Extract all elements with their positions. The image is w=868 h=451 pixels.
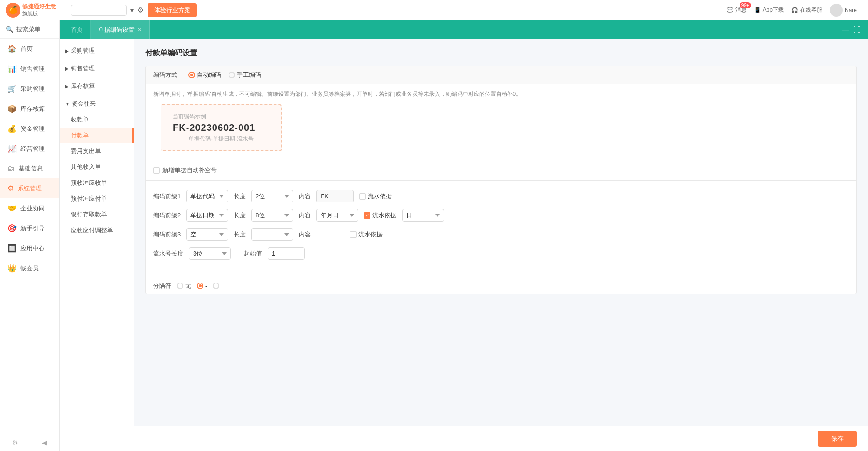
home-icon: 🏠 — [7, 44, 17, 53]
prefix1-stream-check[interactable] — [359, 193, 366, 200]
header-settings-btn[interactable]: ⚙ — [137, 6, 144, 14]
tab-window-btns: — ⛶ — [842, 26, 864, 34]
sidebar-label-system: 系统管理 — [18, 184, 42, 193]
save-button[interactable]: 保存 — [818, 431, 857, 447]
sub-group-purchase: ▶ 采购管理 — [60, 43, 134, 59]
sidebar-item-cooperation[interactable]: 🤝 企业协同 — [0, 198, 59, 218]
sidebar-item-basic[interactable]: 🗂 基础信息 — [0, 159, 59, 178]
sidebar-label-member: 畅会员 — [20, 264, 39, 273]
radio-auto-label: 自动编码 — [197, 71, 221, 79]
online-service-label: 在线客服 — [800, 6, 822, 14]
header-online-service-item[interactable]: 🎧 在线客服 — [791, 6, 822, 14]
prefix1-label: 编码前缀1 — [153, 192, 181, 201]
radio-manual-encoding[interactable]: 手工编码 — [229, 71, 261, 79]
sidebar-label-finance: 资金管理 — [20, 125, 45, 133]
tab-home[interactable]: 首页 — [63, 20, 91, 39]
message-badge: 99+ — [740, 2, 751, 8]
sidebar-label-appcenter: 应用中心 — [20, 244, 45, 253]
sub-group-capital-title[interactable]: ▼ 资金往来 — [60, 96, 134, 112]
prefix2-row: 编码前缀2 单据日期 长度 8位 内容 年月日 — [153, 209, 849, 222]
search-icon: 🔍 — [6, 26, 13, 33]
prefix2-select[interactable]: 单据日期 — [186, 209, 228, 222]
sidebar-label-guide: 新手引导 — [20, 224, 45, 233]
serial-length-select[interactable]: 3位 — [189, 247, 231, 260]
prefix2-stream-label: 流水依据 — [372, 211, 397, 220]
sidebar-item-operations[interactable]: 📈 经营管理 — [0, 139, 59, 159]
sidebar-item-guide[interactable]: 🎯 新手引导 — [0, 218, 59, 238]
sep-dash-radio[interactable]: - — [197, 283, 207, 289]
prefix2-stream-cycle-select[interactable]: 日 — [402, 209, 444, 222]
sidebar-item-purchase[interactable]: 🛒 采购管理 — [0, 79, 59, 99]
sub-item-prepay-payable[interactable]: 预付冲应付单 — [60, 191, 134, 207]
arrow-down-icon: ▼ — [65, 101, 70, 107]
sidebar-item-appcenter[interactable]: 🔲 应用中心 — [0, 238, 59, 258]
radio-auto-circle — [188, 72, 195, 78]
prefix3-stream-label: 流水依据 — [358, 230, 383, 239]
prefix1-length-select[interactable]: 2位 — [251, 190, 293, 202]
search-menu-item[interactable]: 🔍 搜索菜单 — [0, 20, 59, 39]
app-download-label: App下载 — [763, 6, 784, 14]
header-trial-btn[interactable]: 体验行业方案 — [148, 3, 197, 17]
sub-sidebar: ▶ 采购管理 ▶ 销售管理 ▶ 库存核算 — [60, 39, 134, 451]
sidebar-item-finance[interactable]: 💰 资金管理 — [0, 119, 59, 139]
sidebar-item-inventory[interactable]: 📦 库存核算 — [0, 99, 59, 119]
page-title: 付款单编码设置 — [145, 48, 857, 58]
sub-group-inventory-title[interactable]: ▶ 库存核算 — [60, 78, 134, 94]
prefix1-select[interactable]: 单据代码 — [186, 190, 228, 202]
sep-dot-radio[interactable]: . — [213, 283, 223, 289]
arrow-right-icon3: ▶ — [65, 84, 69, 89]
tab-home-label: 首页 — [71, 26, 83, 34]
auto-fill-checkbox[interactable] — [153, 167, 160, 174]
start-value-input[interactable] — [268, 247, 305, 260]
sep-none-radio[interactable]: 无 — [177, 282, 191, 290]
inventory-icon: 📦 — [7, 104, 17, 113]
preview-label: 当前编码示例： — [173, 113, 269, 121]
tab-maximize-btn[interactable]: ⛶ — [853, 26, 861, 34]
prefix2-length-select[interactable]: 8位 — [251, 209, 293, 222]
sub-item-bank-deposit[interactable]: 银行存取款单 — [60, 207, 134, 222]
sidebar-item-member[interactable]: 👑 畅会员 — [0, 258, 59, 278]
sidebar: 🔍 搜索菜单 🏠 首页 📊 销售管理 🛒 采购管理 📦 库存核算 💰 资金管理 … — [0, 20, 60, 451]
prefix2-content-select[interactable]: 年月日 — [316, 209, 358, 222]
radio-auto-encoding[interactable]: 自动编码 — [188, 71, 221, 79]
sidebar-label-home: 首页 — [20, 45, 33, 53]
tab-serial[interactable]: 单据编码设置 ✕ — [91, 20, 150, 39]
sidebar-collapse-btn[interactable]: ◀ — [42, 439, 47, 446]
encoding-method-bar: 编码方式 自动编码 手工编码 — [146, 66, 856, 84]
logo-text: 畅捷通好生意 旗舰版 — [22, 3, 56, 17]
sub-item-receipt[interactable]: 收款单 — [60, 112, 134, 128]
sub-item-expense[interactable]: 费用支出单 — [60, 143, 134, 159]
prefix3-stream-check[interactable] — [350, 231, 357, 238]
appcenter-icon: 🔲 — [7, 244, 17, 253]
content-area: ▶ 采购管理 ▶ 销售管理 ▶ 库存核算 — [60, 39, 868, 451]
header-user-item[interactable]: Nare — [830, 4, 857, 17]
prefix3-select[interactable]: 空 — [186, 228, 228, 241]
arrow-right-icon: ▶ — [65, 48, 69, 54]
search-menu-label: 搜索菜单 — [16, 25, 40, 34]
prefix2-stream-check[interactable]: ✓ — [364, 212, 370, 219]
sidebar-settings-btn[interactable]: ⚙ — [12, 439, 18, 446]
header-message-item[interactable]: 💬 消息 99+ — [727, 6, 747, 14]
tab-minimize-btn[interactable]: — — [842, 26, 849, 34]
sidebar-bottom: ⚙ ◀ — [0, 434, 59, 451]
sub-item-other-income[interactable]: 其他收入单 — [60, 159, 134, 175]
sub-group-sales-title[interactable]: ▶ 销售管理 — [60, 61, 134, 76]
sub-group-inventory-label: 库存核算 — [71, 82, 95, 90]
prefix3-length-label: 长度 — [234, 230, 246, 239]
app-icon: 📱 — [754, 7, 761, 13]
sub-group-purchase-title[interactable]: ▶ 采购管理 — [60, 43, 134, 59]
logo-line2: 旗舰版 — [22, 10, 56, 17]
header-search-input[interactable] — [71, 5, 127, 16]
header-app-download-item[interactable]: 📱 App下载 — [754, 6, 784, 14]
tab-close-btn[interactable]: ✕ — [137, 27, 142, 33]
sub-item-ap-adjust[interactable]: 应收应付调整单 — [60, 222, 134, 238]
sub-item-prepay-receivable[interactable]: 预收冲应收单 — [60, 175, 134, 191]
prefix3-length-select[interactable] — [251, 228, 293, 241]
sub-item-payment[interactable]: 付款单 — [60, 128, 134, 143]
sidebar-item-system[interactable]: ⚙ 系统管理 — [0, 178, 59, 198]
sidebar-item-home[interactable]: 🏠 首页 — [0, 39, 59, 59]
header-dropdown-btn[interactable]: ▾ — [130, 7, 134, 14]
header-right: 💬 消息 99+ 📱 App下载 🎧 在线客服 Nare — [727, 4, 862, 17]
operations-icon: 📈 — [7, 144, 17, 153]
sidebar-item-sales[interactable]: 📊 销售管理 — [0, 59, 59, 79]
